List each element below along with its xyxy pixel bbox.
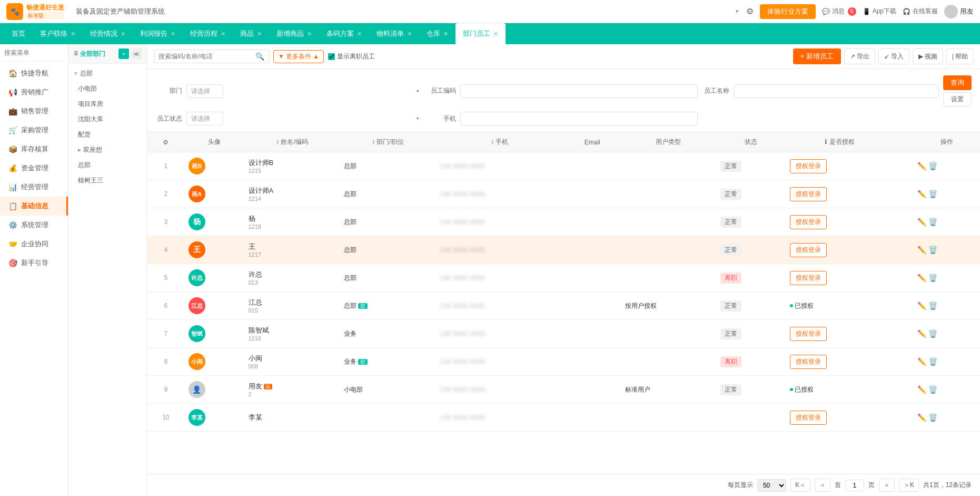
page-number-input[interactable]	[845, 480, 864, 491]
delete-icon[interactable]: 🗑️	[928, 302, 937, 310]
trial-button[interactable]: 体验行业方案	[760, 4, 816, 19]
row-auth[interactable]: 授权登录	[786, 152, 893, 180]
app-download-action[interactable]: 📱 App下载	[863, 7, 896, 16]
emp-name-input[interactable]	[734, 84, 939, 98]
row-auth[interactable]: 授权登录	[786, 208, 893, 236]
nav-profit[interactable]: 利润报告 ✕	[133, 23, 183, 44]
help-button[interactable]: | 帮助	[946, 48, 974, 64]
col-dept[interactable]: ↕ 部门/职位	[340, 132, 435, 152]
close-icon[interactable]: ✕	[443, 31, 448, 37]
show-resigned-checkbox[interactable]: 显示离职员工	[328, 52, 375, 61]
search-box[interactable]: 🔍	[154, 50, 269, 63]
edit-icon[interactable]: ✏️	[917, 385, 926, 394]
settings-button[interactable]: 设置	[943, 92, 972, 106]
auth-button[interactable]: 授权登录	[790, 159, 827, 173]
auth-button[interactable]: 授权登录	[790, 187, 827, 201]
delete-icon[interactable]: 🗑️	[928, 274, 937, 282]
dept-select-wrap[interactable]: 请选择	[186, 84, 424, 98]
emp-status-select-wrap[interactable]: 请选择	[186, 112, 424, 125]
first-page-button[interactable]: K＜	[790, 479, 810, 492]
edit-icon[interactable]: ✏️	[917, 413, 926, 422]
sidebar-item-inventory[interactable]: 📦 库存核算	[0, 140, 68, 159]
row-auth[interactable]: 授权登录	[786, 180, 893, 208]
dept-add-button[interactable]: +	[118, 48, 129, 59]
nav-operation[interactable]: 经营情况 ✕	[83, 23, 133, 44]
dept-tree-item-peihuo[interactable]: 配货	[68, 127, 147, 142]
sidebar-item-guide[interactable]: 🎯 新手引导	[0, 254, 68, 273]
close-icon[interactable]: ✕	[493, 31, 498, 37]
edit-icon[interactable]: ✏️	[917, 274, 926, 282]
dept-tree-item-xiaodian[interactable]: 小电部	[68, 81, 147, 96]
emp-code-input[interactable]	[460, 84, 698, 98]
close-icon[interactable]: ✕	[71, 31, 75, 37]
delete-icon[interactable]: 🗑️	[928, 246, 937, 254]
delete-icon[interactable]: 🗑️	[928, 357, 937, 366]
resigned-checkbox[interactable]	[328, 53, 335, 60]
message-action[interactable]: 💬 消息 6	[822, 7, 856, 16]
dept-collapse-button[interactable]: ≪	[131, 48, 142, 59]
sidebar-item-quicknav[interactable]: 🏠 快捷导航	[0, 64, 68, 83]
sidebar-item-purchase[interactable]: 🛒 采购管理	[0, 121, 68, 140]
edit-icon[interactable]: ✏️	[917, 329, 926, 338]
sidebar-item-operation[interactable]: 📊 经营管理	[0, 178, 68, 197]
nav-employee[interactable]: 部门员工 ✕	[456, 23, 506, 44]
online-service-action[interactable]: 🎧 在线客服	[903, 7, 938, 16]
edit-icon[interactable]: ✏️	[917, 357, 926, 366]
sidebar-item-basic[interactable]: 📋 基础信息	[0, 197, 68, 216]
auth-button[interactable]: 授权登录	[790, 271, 827, 285]
query-button[interactable]: 查询	[943, 75, 972, 90]
close-icon[interactable]: ✕	[357, 31, 362, 37]
dept-select[interactable]: 请选择	[186, 84, 223, 98]
add-employee-button[interactable]: + 新增员工	[793, 48, 841, 64]
dept-tree-item-zongbu[interactable]: ▼ 总部	[68, 66, 147, 81]
per-page-select[interactable]: 50 20 100	[757, 479, 786, 492]
col-settings[interactable]: ⚙	[147, 132, 184, 152]
sidebar-search-box[interactable]: 🔍	[0, 44, 68, 62]
close-icon[interactable]: ✕	[171, 31, 175, 37]
close-icon[interactable]: ✕	[307, 31, 312, 37]
auth-button[interactable]: 授权登录	[790, 411, 827, 425]
sidebar-search-input[interactable]	[4, 49, 68, 56]
row-auth[interactable]: 授权登录	[786, 236, 893, 264]
nav-process[interactable]: 经营历程 ✕	[183, 23, 233, 44]
dept-all-label[interactable]: ⠿ 全部部门	[74, 50, 105, 59]
delete-icon[interactable]: 🗑️	[928, 385, 937, 394]
import-button[interactable]: ↙ 导入	[878, 48, 909, 64]
edit-icon[interactable]: ✏️	[917, 302, 926, 310]
view-button[interactable]: ▶ 视频	[913, 48, 943, 64]
nav-customer[interactable]: 客户联络 ✕	[33, 23, 83, 44]
close-icon[interactable]: ✕	[407, 31, 412, 37]
auth-button[interactable]: 授权登录	[790, 327, 827, 341]
nav-home[interactable]: 首页	[4, 23, 33, 44]
edit-icon[interactable]: ✏️	[917, 162, 926, 170]
next-page-button[interactable]: ＞	[879, 479, 895, 492]
prev-page-button[interactable]: ＜	[815, 479, 830, 492]
dept-tree-item-shuangzuo[interactable]: ▶ 双座想	[68, 142, 147, 158]
nav-warehouse[interactable]: 仓库 ✕	[419, 23, 456, 44]
dept-tree-item-project[interactable]: 项目库房	[68, 96, 147, 112]
nav-bom[interactable]: 物料清单 ✕	[369, 23, 419, 44]
close-icon[interactable]: ✕	[257, 31, 262, 37]
sidebar-item-marketing[interactable]: 📢 营销推广	[0, 83, 68, 102]
row-auth[interactable]: 授权登录	[786, 320, 893, 348]
delete-icon[interactable]: 🗑️	[928, 413, 937, 422]
close-icon[interactable]: ✕	[221, 31, 225, 37]
phone-input[interactable]	[460, 112, 698, 125]
nav-new-product[interactable]: 新增商品 ✕	[269, 23, 319, 44]
auth-button[interactable]: 授权登录	[790, 243, 827, 257]
sidebar-item-finance[interactable]: 💰 资金管理	[0, 159, 68, 178]
col-phone[interactable]: ↕ 手机	[435, 132, 563, 152]
sidebar-item-system[interactable]: ⚙️ 系统管理	[0, 216, 68, 235]
delete-icon[interactable]: 🗑️	[928, 218, 937, 226]
dropdown-arrow[interactable]: ▼	[735, 8, 740, 14]
edit-icon[interactable]: ✏️	[917, 190, 926, 198]
row-auth[interactable]: 授权登录	[786, 264, 893, 292]
close-icon[interactable]: ✕	[121, 31, 125, 37]
dept-tree-item-zongbu2[interactable]: 总部	[68, 158, 147, 173]
row-auth[interactable]: 授权登录	[786, 404, 893, 432]
col-name[interactable]: ↕ 姓名/编码	[244, 132, 340, 152]
emp-status-select[interactable]: 请选择	[186, 112, 223, 125]
settings-icon[interactable]: ⚙	[746, 6, 754, 16]
user-avatar-area[interactable]: 用友	[944, 5, 974, 18]
dept-tree-item-shenyang[interactable]: 沈阳大库	[68, 112, 147, 127]
